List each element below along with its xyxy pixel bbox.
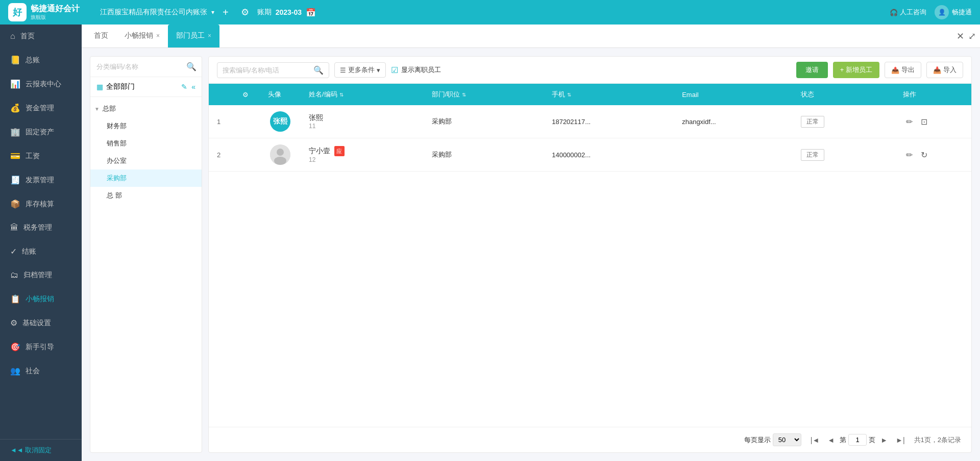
sidebar-item-close[interactable]: ✓ 结账: [0, 239, 82, 263]
dept-item-finance[interactable]: 财务部: [90, 117, 202, 135]
import-label: 导入: [943, 65, 957, 75]
unpin-button[interactable]: ◄◄ 取消固定: [0, 439, 82, 461]
sort-dept-icon[interactable]: ⇅: [462, 92, 466, 98]
page-input[interactable]: [848, 434, 867, 446]
invite-button[interactable]: 邀请: [796, 62, 828, 78]
tab-close-button[interactable]: ✕: [957, 31, 964, 42]
first-page-button[interactable]: |◄: [807, 435, 823, 445]
unpin-label: ◄◄ 取消固定: [10, 446, 52, 455]
employee-panel: 🔍 ☰ 更多条件 ▾ ☑ 显示离职员工 邀请 + 新增员工: [208, 56, 972, 453]
dept-search-input[interactable]: [96, 63, 182, 70]
avatar: 张熙: [270, 111, 290, 132]
calendar-icon[interactable]: 📅: [306, 8, 316, 17]
tab-expand-button[interactable]: ⤢: [968, 31, 976, 42]
pagination: 每页显示 10 20 50 100 |◄ ◄ 第 页: [209, 427, 971, 452]
filter-dropdown-icon: ▾: [377, 66, 380, 74]
prev-page-button[interactable]: ◄: [824, 435, 838, 445]
col-mobile: 手机⇅: [544, 84, 674, 105]
col-email: Email: [674, 84, 793, 105]
sidebar-item-ledger[interactable]: 📒 总账: [0, 48, 82, 72]
sidebar-item-settings[interactable]: ⚙ 基础设置: [0, 311, 82, 335]
next-page-button[interactable]: ►: [877, 435, 891, 445]
tab-expense[interactable]: 小畅报销 ×: [116, 25, 168, 47]
dept-search-icon[interactable]: 🔍: [186, 62, 197, 71]
employee-search-input[interactable]: [223, 66, 310, 74]
sidebar-item-invoice[interactable]: 🧾 发票管理: [0, 168, 82, 192]
sidebar-item-assets[interactable]: 🏢 固定资产: [0, 120, 82, 144]
company-name: 江西服宝精品有限责任公司内账张: [100, 8, 207, 17]
table-settings-icon[interactable]: ⚙: [242, 91, 249, 99]
tab-actions: ✕ ⤢: [957, 31, 976, 42]
svg-point-1: [277, 149, 284, 156]
page-label: 第: [840, 435, 846, 445]
user-area[interactable]: 👤 畅捷通: [935, 5, 972, 19]
tab-home[interactable]: 首页: [86, 25, 116, 47]
tab-department[interactable]: 部门员工 ×: [168, 25, 219, 47]
sidebar-item-home[interactable]: ⌂ 首页: [0, 25, 82, 48]
tab-bar: 首页 小畅报销 × 部门员工 × ✕ ⤢: [82, 25, 980, 48]
sidebar-item-report[interactable]: 📊 云报表中心: [0, 72, 82, 96]
row-email-cell: [674, 138, 793, 172]
row-avatar-cell: [260, 138, 301, 172]
add-employee-button[interactable]: + 新增员工: [833, 62, 879, 78]
period-label: 账期: [257, 8, 272, 17]
employee-search-icon[interactable]: 🔍: [313, 65, 324, 75]
settings-button[interactable]: ⚙: [237, 7, 253, 18]
add-tab-button[interactable]: +: [218, 7, 233, 18]
last-page-button[interactable]: ►|: [893, 435, 908, 445]
row-action-cell: ✏ ↻: [895, 138, 971, 172]
dept-edit-button[interactable]: ✎: [181, 83, 187, 91]
dept-item-general[interactable]: 总 部: [90, 187, 202, 204]
employee-tag-badge: 应: [334, 146, 345, 156]
export-button[interactable]: 📤 导出: [885, 62, 921, 78]
col-no: [209, 84, 234, 105]
logo-icon: 好: [8, 3, 27, 21]
edit-employee-button[interactable]: ✏: [903, 149, 916, 161]
dept-item-sales[interactable]: 销售部: [90, 135, 202, 152]
consultant-button[interactable]: 🎧 人工咨询: [890, 8, 926, 17]
show-resigned-label: 显示离职员工: [401, 65, 441, 75]
sidebar-item-inventory[interactable]: 📦 库存核算: [0, 192, 82, 216]
row-settings-cell: [234, 105, 260, 138]
sidebar-item-funds[interactable]: 💰 资金管理: [0, 96, 82, 120]
logout-employee-button[interactable]: ⊡: [918, 116, 930, 128]
dept-item-head[interactable]: ▼ 总部: [90, 100, 202, 117]
edit-employee-button[interactable]: ✏: [903, 116, 916, 128]
dept-collapse-button[interactable]: «: [191, 83, 195, 91]
tab-expense-close[interactable]: ×: [156, 32, 160, 39]
sidebar-item-archive[interactable]: 🗂 归档管理: [0, 263, 82, 287]
logo-text-area: 畅捷通好会计 旗舰版: [31, 4, 80, 20]
sidebar-item-social[interactable]: 👥 社会: [0, 359, 82, 383]
export-icon: 📤: [891, 66, 899, 74]
avatar-cell: 张熙: [268, 111, 292, 132]
refresh-employee-button[interactable]: ↻: [918, 149, 930, 161]
import-button[interactable]: 📥 导入: [926, 62, 963, 78]
dept-name: 销售部: [107, 139, 127, 148]
col-name-code: 姓名/编码⇅: [301, 84, 424, 105]
sidebar-item-salary[interactable]: 💳 工资: [0, 144, 82, 168]
dept-item-purchase[interactable]: 采购部: [90, 169, 202, 187]
filter-button[interactable]: ☰ 更多条件 ▾: [334, 62, 386, 78]
row-number: 2: [209, 138, 234, 172]
sidebar-item-guide[interactable]: 🎯 新手引导: [0, 335, 82, 359]
dept-item-office[interactable]: 办公室: [90, 152, 202, 169]
employee-code: 12: [309, 156, 415, 163]
tab-dept-close[interactable]: ×: [208, 32, 211, 39]
col-dept-pos: 部门/职位⇅: [424, 84, 544, 105]
show-resigned-toggle[interactable]: ☑ 显示离职员工: [391, 65, 441, 75]
invoice-icon: 🧾: [10, 175, 20, 185]
tab-expense-label: 小畅报销: [125, 31, 153, 40]
sidebar-item-label: 云报表中心: [26, 80, 61, 89]
company-dropdown-icon[interactable]: ▾: [211, 9, 214, 16]
sidebar-item-label: 总账: [26, 56, 40, 65]
app-sub: 旗舰版: [31, 14, 80, 21]
sidebar-item-expense[interactable]: 📋 小畅报销: [0, 287, 82, 311]
sort-name-icon[interactable]: ⇅: [339, 92, 344, 98]
filter-label: 更多条件: [348, 65, 375, 75]
checkbox-icon: ☑: [391, 65, 398, 75]
sidebar-item-label: 归档管理: [23, 271, 52, 280]
sidebar-item-tax[interactable]: 🏛 税务管理: [0, 216, 82, 239]
per-page-dropdown[interactable]: 10 20 50 100: [773, 433, 801, 446]
tab-home-label: 首页: [94, 31, 108, 40]
sort-mobile-icon[interactable]: ⇅: [567, 92, 571, 98]
